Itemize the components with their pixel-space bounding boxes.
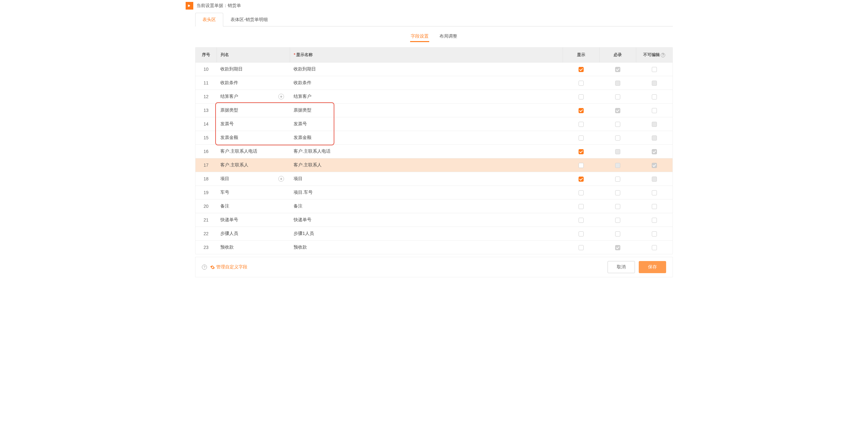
show-checkbox[interactable] [579, 163, 584, 168]
required-checkbox [615, 149, 620, 154]
table-row: 18项目+项目 [195, 172, 673, 186]
required-checkbox[interactable] [615, 136, 620, 141]
row-display-name[interactable]: 预收款 [290, 240, 563, 254]
row-display-name[interactable]: 票据类型 [290, 104, 563, 117]
row-col-name: 快递单号 [217, 213, 290, 227]
help-icon[interactable]: ? [661, 53, 665, 57]
show-checkbox[interactable] [579, 204, 584, 209]
show-checkbox[interactable] [579, 122, 584, 127]
readonly-checkbox[interactable] [652, 204, 657, 209]
readonly-checkbox [652, 177, 657, 182]
required-checkbox [615, 81, 620, 86]
tab-1[interactable]: 表体区-销货单明细 [223, 13, 275, 26]
main-tabs: 表头区表体区-销货单明细 [195, 13, 673, 26]
show-checkbox[interactable] [579, 94, 584, 99]
show-checkbox[interactable] [579, 67, 584, 72]
readonly-checkbox [652, 122, 657, 127]
row-seq: 16 [195, 145, 217, 159]
row-seq: 22 [195, 227, 217, 240]
row-display-name[interactable]: 步骤1人员 [290, 227, 563, 240]
row-seq: 23 [195, 240, 217, 254]
sub-tab-1[interactable]: 布局调整 [439, 32, 458, 42]
save-button[interactable]: 保存 [639, 261, 666, 273]
col-show-header: 显示 [563, 48, 599, 62]
required-checkbox [615, 67, 620, 72]
required-checkbox[interactable] [615, 231, 620, 236]
readonly-checkbox[interactable] [652, 94, 657, 99]
required-checkbox[interactable] [615, 177, 620, 182]
row-display-name[interactable]: 发票号 [290, 117, 563, 131]
show-checkbox[interactable] [579, 108, 584, 113]
chevron-right-icon [187, 3, 192, 8]
row-seq: 20 [195, 200, 217, 213]
row-display-name[interactable]: 收款条件 [290, 76, 563, 90]
readonly-checkbox[interactable] [652, 190, 657, 195]
readonly-checkbox[interactable] [652, 67, 657, 72]
col-name-header: 列名 [217, 48, 290, 62]
help-icon[interactable]: ? [202, 264, 207, 269]
table-row: 16客户.主联系人电话客户.主联系人电话 [195, 145, 673, 159]
row-display-name[interactable]: 项目.车号 [290, 186, 563, 200]
expand-sidebar-button[interactable] [186, 2, 193, 9]
required-checkbox [615, 108, 620, 113]
table-row: 17客户.主联系人客户.主联系人 [195, 159, 673, 172]
sub-tabs: 字段设置布局调整 [195, 32, 673, 44]
table-row: 12结算客户+结算客户 [195, 90, 673, 104]
row-display-name[interactable]: 客户.主联系人 [290, 159, 563, 172]
table-row: 23预收款预收款 [195, 240, 673, 254]
required-checkbox[interactable] [615, 122, 620, 127]
row-seq: 19 [195, 186, 217, 200]
row-col-name: 项目+ [217, 172, 290, 186]
row-display-name[interactable]: 快递单号 [290, 213, 563, 227]
cancel-button[interactable]: 取消 [608, 261, 635, 273]
readonly-checkbox[interactable] [652, 218, 657, 223]
row-display-name[interactable]: 结算客户 [290, 90, 563, 104]
add-sub-field-button[interactable]: + [278, 176, 284, 182]
row-display-name[interactable]: 项目 [290, 172, 563, 186]
row-seq: 21 [195, 213, 217, 227]
row-seq: 18 [195, 172, 217, 186]
show-checkbox[interactable] [579, 245, 584, 250]
show-checkbox[interactable] [579, 149, 584, 154]
readonly-checkbox [652, 81, 657, 86]
row-display-name[interactable]: 发票金额 [290, 131, 563, 145]
field-settings-table: 序号 列名 *显示名称 显示 必录 不可编辑? 10收款到期日收款到期日11收款… [195, 48, 673, 254]
table-row: 13票据类型票据类型 [195, 104, 673, 117]
col-readonly-header: 不可编辑? [636, 48, 673, 62]
tab-0[interactable]: 表头区 [195, 13, 223, 26]
row-display-name[interactable]: 备注 [290, 200, 563, 213]
show-checkbox[interactable] [579, 81, 584, 86]
show-checkbox[interactable] [579, 190, 584, 195]
row-col-name: 步骤人员 [217, 227, 290, 240]
row-display-name[interactable]: 客户.主联系人电话 [290, 145, 563, 159]
row-col-name: 车号 [217, 186, 290, 200]
show-checkbox[interactable] [579, 231, 584, 236]
table-row: 14发票号发票号 [195, 117, 673, 131]
required-checkbox [615, 163, 620, 168]
readonly-checkbox[interactable] [652, 108, 657, 113]
col-display-header: *显示名称 [290, 48, 563, 62]
row-display-name[interactable]: 收款到期日 [290, 62, 563, 76]
table-row: 22步骤人员步骤1人员 [195, 227, 673, 240]
add-sub-field-button[interactable]: + [278, 94, 284, 99]
row-seq: 14 [195, 117, 217, 131]
row-col-name: 收款条件 [217, 76, 290, 90]
col-seq-header: 序号 [195, 48, 217, 62]
readonly-checkbox[interactable] [652, 245, 657, 250]
sub-tab-0[interactable]: 字段设置 [410, 32, 429, 42]
table-row: 15发票金额发票金额 [195, 131, 673, 145]
required-checkbox[interactable] [615, 190, 620, 195]
show-checkbox[interactable] [579, 136, 584, 141]
table-row: 11收款条件收款条件 [195, 76, 673, 90]
required-checkbox[interactable] [615, 204, 620, 209]
row-col-name: 客户.主联系人 [217, 159, 290, 172]
show-checkbox[interactable] [579, 218, 584, 223]
manage-custom-fields-link[interactable]: 管理自定义字段 [210, 264, 247, 270]
required-checkbox[interactable] [615, 94, 620, 99]
show-checkbox[interactable] [579, 177, 584, 182]
table-row: 21快递单号快递单号 [195, 213, 673, 227]
readonly-checkbox[interactable] [652, 231, 657, 236]
readonly-checkbox [652, 163, 657, 168]
page-title: 当前设置单据：销货单 [196, 3, 241, 9]
required-checkbox[interactable] [615, 218, 620, 223]
